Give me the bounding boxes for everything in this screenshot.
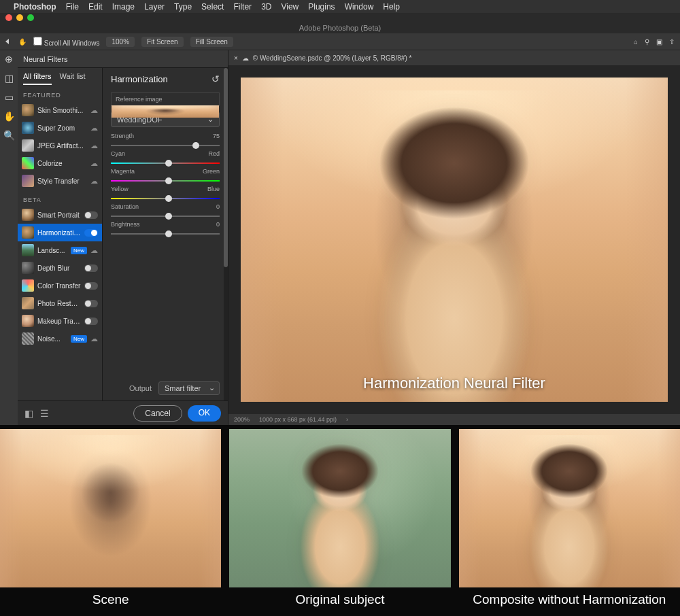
filter-row-depth-blur[interactable]: Depth Blur — [18, 259, 102, 277]
slider-magenta[interactable] — [111, 176, 220, 186]
zoom-level[interactable]: 100% — [106, 37, 135, 47]
scrollbar[interactable] — [224, 68, 228, 400]
canvas[interactable]: Harmonization Neural Filter — [228, 65, 680, 414]
window-controls — [0, 13, 680, 22]
filter-icon — [22, 315, 34, 327]
tab-wait-list[interactable]: Wait list — [60, 72, 86, 85]
section-beta: BETA — [18, 190, 102, 206]
filter-label: Harmonization — [37, 229, 81, 237]
crop-tool-icon[interactable]: ◫ — [3, 72, 15, 84]
menu-view[interactable]: View — [281, 2, 299, 12]
tool-rail: ⊕ ◫ ▭ ✋ 🔍 — [0, 50, 18, 425]
filter-row-color-transfer[interactable]: Color Transfer — [18, 277, 102, 294]
new-badge: New — [71, 335, 87, 343]
menu-file[interactable]: File — [66, 2, 79, 12]
section-featured: FEATURED — [18, 85, 102, 101]
preview-icon[interactable]: ◧ — [24, 408, 33, 419]
fill-screen-button[interactable]: Fill Screen — [190, 37, 233, 47]
close-window-icon[interactable] — [5, 14, 12, 21]
download-icon[interactable]: ☁ — [90, 141, 98, 150]
filter-icon — [22, 157, 34, 169]
cancel-button[interactable]: Cancel — [133, 405, 182, 422]
slider-saturation[interactable] — [111, 211, 220, 221]
filter-row-jpeg-artifact-[interactable]: JPEG Artifact...☁ — [18, 137, 102, 154]
filter-toggle[interactable] — [84, 229, 98, 237]
selection-tool-icon[interactable]: ▭ — [3, 91, 15, 103]
menu-select[interactable]: Select — [201, 2, 224, 12]
filter-toggle[interactable] — [84, 282, 98, 290]
panel-tab[interactable]: Neural Filters — [18, 50, 228, 68]
filter-row-skin-smoothi-[interactable]: Skin Smoothi...☁ — [18, 101, 102, 119]
fit-screen-button[interactable]: Fit Screen — [141, 37, 184, 47]
back-icon[interactable] — [5, 39, 9, 44]
reference-image-box[interactable]: Reference image — [111, 92, 220, 106]
status-chevron-icon[interactable]: › — [346, 416, 348, 423]
menu-plugins[interactable]: Plugins — [308, 2, 335, 12]
menu-image[interactable]: Image — [112, 2, 135, 12]
download-icon[interactable]: ☁ — [90, 159, 98, 168]
layers-icon[interactable]: ☰ — [40, 408, 49, 419]
menu-layer[interactable]: Layer — [144, 2, 165, 12]
scroll-all-checkbox[interactable]: Scroll All Windows — [33, 37, 99, 47]
filter-toggle[interactable] — [84, 300, 98, 307]
document-tab[interactable]: × ☁ © WeddingScene.psdc @ 200% (Layer 5,… — [228, 50, 680, 65]
close-tab-icon[interactable]: × — [234, 54, 238, 62]
filter-row-harmonization[interactable]: Harmonization — [18, 224, 102, 241]
workspace-icon[interactable]: ▣ — [656, 38, 662, 46]
gallery-label: Scene — [0, 587, 221, 612]
output-dropdown[interactable]: Smart filter — [158, 381, 220, 395]
slider-label-left: Saturation — [111, 203, 139, 210]
filter-row-makeup-tran-[interactable]: Makeup Tran... — [18, 312, 102, 330]
cloud-icon: ☁ — [242, 54, 249, 62]
status-zoom[interactable]: 200% — [234, 416, 250, 423]
filter-label: Skin Smoothi... — [37, 107, 87, 114]
menu-edit[interactable]: Edit — [88, 2, 103, 12]
filter-row-noise-[interactable]: Noise...New☁ — [18, 330, 102, 347]
home-icon[interactable]: ⌂ — [634, 38, 638, 46]
filter-row-super-zoom[interactable]: Super Zoom☁ — [18, 119, 102, 137]
menu-3d[interactable]: 3D — [261, 2, 271, 12]
filter-row-landsc-[interactable]: Landsc...New☁ — [18, 241, 102, 259]
gallery-image — [229, 429, 450, 587]
slider-strength[interactable] — [111, 141, 220, 150]
filter-toggle[interactable] — [84, 318, 98, 325]
filter-row-colorize[interactable]: Colorize☁ — [18, 154, 102, 172]
maximize-window-icon[interactable] — [27, 14, 34, 21]
zoom-tool-icon[interactable]: 🔍 — [3, 129, 15, 141]
download-icon[interactable]: ☁ — [90, 124, 98, 133]
menu-type[interactable]: Type — [174, 2, 192, 12]
add-tool-icon[interactable]: ⊕ — [3, 53, 15, 65]
search-icon[interactable]: ⚲ — [645, 38, 649, 46]
filter-label: Depth Blur — [37, 264, 81, 272]
reset-icon[interactable]: ↺ — [211, 73, 220, 84]
menu-filter[interactable]: Filter — [233, 2, 252, 12]
filter-icon — [22, 332, 34, 345]
filter-icon — [22, 122, 34, 134]
canvas-image: Harmonization Neural Filter — [241, 78, 668, 402]
menu-window[interactable]: Window — [345, 2, 374, 12]
download-icon[interactable]: ☁ — [90, 246, 98, 255]
gallery-image — [0, 429, 221, 587]
filter-row-style-transfer[interactable]: Style Transfer☁ — [18, 172, 102, 190]
minimize-window-icon[interactable] — [16, 14, 23, 21]
filter-row-smart-portrait[interactable]: Smart Portrait — [18, 206, 102, 224]
tab-all-filters[interactable]: All filters — [23, 72, 52, 85]
hand-tool-icon[interactable]: ✋ — [18, 38, 27, 46]
filter-toggle[interactable] — [84, 211, 98, 219]
slider-yellow[interactable] — [111, 194, 220, 203]
gallery-cell-comp: Composite without Harmonization — [459, 429, 680, 612]
hand-tool-icon[interactable]: ✋ — [3, 110, 15, 122]
ok-button[interactable]: OK — [188, 405, 221, 422]
menu-help[interactable]: Help — [383, 2, 400, 12]
download-icon[interactable]: ☁ — [90, 177, 98, 186]
download-icon[interactable]: ☁ — [90, 335, 98, 343]
filter-label: Makeup Tran... — [37, 318, 81, 325]
share-icon[interactable]: ⇧ — [669, 38, 675, 46]
gallery-label: Original subject — [229, 587, 450, 612]
filter-row-photo-restor-[interactable]: Photo Restor... — [18, 294, 102, 312]
download-icon[interactable]: ☁ — [90, 106, 98, 115]
menu-photoshop[interactable]: Photoshop — [14, 2, 56, 12]
slider-cyan[interactable] — [111, 158, 220, 168]
filter-toggle[interactable] — [84, 264, 98, 272]
slider-brightness[interactable] — [111, 229, 220, 239]
